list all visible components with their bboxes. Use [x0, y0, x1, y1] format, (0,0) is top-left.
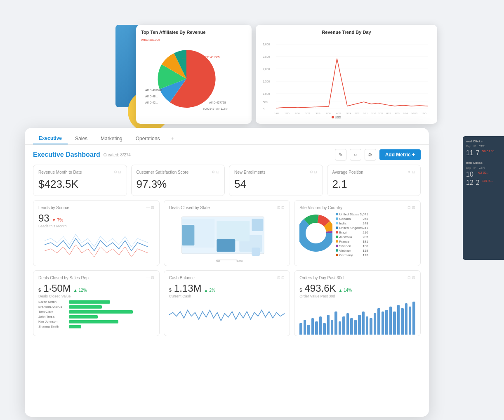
- charts-row1: Leads by Source — ⊡ 93 ▼ 7% Leads this M…: [25, 200, 429, 270]
- order-bar-15: [354, 320, 357, 335]
- dashboard-title: Executive Dashboard: [33, 151, 100, 158]
- dashboard-subtitle: Created: 8/274: [104, 153, 131, 157]
- order-bar-12: [342, 316, 345, 335]
- svg-text:500: 500: [263, 101, 268, 104]
- circle-icon-btn[interactable]: ○: [350, 149, 361, 160]
- svg-text:9/24: 9/24: [403, 112, 408, 115]
- order-bar-6: [319, 316, 322, 335]
- svg-text:AffID:42...: AffID:42...: [145, 101, 158, 104]
- order-bar-11: [339, 321, 341, 335]
- svg-text:AffID:401005: AffID:401005: [203, 56, 220, 59]
- top-pie-title: Top Ten Affiliates By Revenue: [141, 30, 247, 35]
- metric-card-revenue: Revenue Month to Date ⚙ ⊡ $423.5K: [33, 165, 127, 196]
- order-bar-21: [377, 308, 380, 335]
- cash-sparkline: [169, 298, 285, 331]
- metrics-grid: Revenue Month to Date ⚙ ⊡ $423.5K Custom…: [25, 165, 429, 200]
- main-dashboard: Executive Sales Marketing Operations + E…: [25, 128, 429, 417]
- deals-rep-value: 1·50M: [43, 283, 71, 294]
- order-bar-13: [346, 313, 349, 335]
- svg-text:2/06: 2/06: [295, 112, 300, 115]
- svg-text:2/27: 2/27: [305, 112, 310, 115]
- metric-card-satisfaction: Customer Satisfaction Score ⚙ ⊡ 97.3%: [131, 165, 225, 196]
- order-bar-29: [409, 307, 411, 335]
- order-bar-3: [307, 325, 310, 335]
- tab-add[interactable]: +: [167, 133, 177, 144]
- leads-sublabel: Leads this Month: [38, 224, 154, 228]
- cash-balance-card: Cash Balance ⊡ ⊡ $ 1.13M ▲ 2% Current Ca…: [164, 270, 290, 336]
- deals-rep-trend: ▲ 12%: [73, 288, 87, 293]
- tab-sales[interactable]: Sales: [69, 133, 93, 144]
- order-bar-14: [350, 318, 353, 335]
- order-bar-1: [299, 323, 302, 335]
- cash-trend: ▲ 2%: [204, 288, 215, 293]
- svg-text:5/14: 5/14: [346, 112, 351, 115]
- svg-text:AffID:427728: AffID:427728: [209, 101, 226, 104]
- order-bar-9: [331, 320, 333, 335]
- order-bar-10: [334, 311, 337, 335]
- tabs-bar: Executive Sales Marketing Operations +: [25, 128, 429, 145]
- bar-row-tom: Tom Clark: [38, 310, 154, 314]
- orders-label: Orders by Day Past 30d ⊡ ⊡: [299, 276, 415, 280]
- leads-trend: ▼ 7%: [52, 218, 63, 222]
- svg-text:11/0: 11/0: [422, 112, 426, 115]
- gear-icon-btn[interactable]: ⚙: [365, 149, 376, 160]
- order-bar-8: [327, 315, 330, 335]
- add-metric-button[interactable]: Add Metric +: [379, 149, 421, 160]
- svg-text:3,000: 3,000: [263, 43, 270, 46]
- sales-rep-bars: Sarah Smith Brandon Andrus Tom Clark Joh…: [38, 300, 154, 328]
- top-line-card: Revenue Trend By Day 3,000 2,500 2,000 1…: [256, 25, 437, 124]
- svg-text:500: 500: [216, 260, 220, 262]
- svg-rect-43: [252, 248, 260, 256]
- metric-value-position: 2.1: [332, 178, 416, 191]
- svg-text:9/05: 9/05: [395, 112, 400, 115]
- order-bar-16: [358, 315, 360, 335]
- deals-state-label: Deals Closed by State ⊡ ⊡: [169, 205, 285, 210]
- leads-value: 93: [38, 212, 49, 224]
- orders-sublabel: Order Value Past 30d: [299, 294, 415, 298]
- svg-text:AffID:48...: AffID:48...: [145, 95, 158, 98]
- svg-rect-44: [217, 221, 250, 241]
- sidebar-section2-title: ned Clicks: [466, 161, 501, 165]
- order-bar-28: [405, 303, 407, 335]
- top-line-title: Revenue Trend By Day: [261, 30, 432, 35]
- metric-value-revenue: $423.5K: [38, 178, 122, 191]
- svg-text:4/25: 4/25: [336, 112, 341, 115]
- order-bar-5: [315, 321, 318, 335]
- country-pie-svg: [299, 212, 332, 254]
- svg-text:AffID:487546: AffID:487546: [145, 89, 162, 92]
- svg-text:0: 0: [263, 108, 264, 111]
- revenue-trend-svg: 3,000 2,500 2,000 1,500 1,000 500 0 1/01…: [261, 38, 430, 118]
- svg-text:6/02: 6/02: [355, 112, 360, 115]
- orders-bars-container: [299, 302, 415, 335]
- sidebar-header2: ExpIPCTR: [466, 166, 501, 169]
- tab-executive[interactable]: Executive: [33, 133, 68, 144]
- pie-annotation: AffID:401005: [141, 38, 247, 42]
- tab-marketing[interactable]: Marketing: [95, 133, 128, 144]
- metric-label-satisfaction: Customer Satisfaction Score ⚙ ⊡: [137, 170, 220, 175]
- svg-text:3/16: 3/16: [316, 112, 320, 115]
- svg-text:4/06: 4/06: [326, 112, 331, 115]
- svg-rect-46: [182, 225, 194, 245]
- tab-operations[interactable]: Operations: [130, 133, 166, 144]
- leads-label: Leads by Source — ⊡: [38, 205, 154, 210]
- svg-text:2,000: 2,000: [263, 68, 270, 71]
- edit-icon-btn[interactable]: ✎: [335, 149, 346, 160]
- bar-row-sarah: Sarah Smith: [38, 300, 154, 304]
- order-bar-7: [323, 323, 325, 335]
- order-bar-20: [374, 313, 376, 335]
- bar-row-shanna: Shanna Smith: [38, 325, 154, 328]
- charts-row2: Deals Closed by Sales Rep — ⊡ $ 1·50M ▲ …: [25, 270, 429, 340]
- svg-rect-47: [217, 239, 235, 252]
- order-bar-24: [389, 307, 392, 335]
- order-bar-2: [304, 320, 306, 335]
- leads-sparkline: [38, 228, 154, 261]
- svg-text:1,500: 1,500: [263, 80, 270, 83]
- svg-rect-41: [252, 219, 263, 231]
- sidebar-section1-title: ned Clicks: [466, 139, 501, 143]
- order-bar-26: [397, 305, 400, 335]
- svg-text:10/13: 10/13: [411, 112, 418, 115]
- svg-text:7/10: 7/10: [371, 112, 376, 115]
- svg-text:6/21: 6/21: [363, 112, 368, 115]
- bar-row-brandon: Brandon Andrus: [38, 305, 154, 309]
- cash-label: Cash Balance ⊡ ⊡: [169, 276, 285, 280]
